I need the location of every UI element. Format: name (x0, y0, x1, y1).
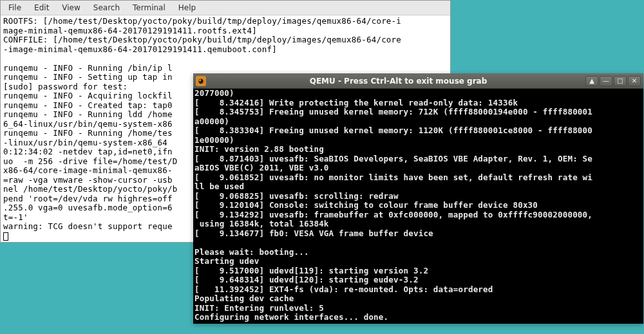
qemu-console-line: Please wait: booting... (194, 248, 642, 257)
terminal-cursor (3, 232, 8, 241)
qemu-console-line: Populating dev cache (194, 294, 642, 304)
qemu-app-icon: ◕ (196, 76, 206, 86)
qemu-console-line: [ 9.068825] uvesafb: scrolling: redraw (194, 192, 642, 201)
qemu-console-line: [ 8.871403] uvesafb: SeaBIOS Developers,… (194, 154, 642, 164)
qemu-console-line: ll be used (194, 182, 642, 192)
terminal-line: -image-minimal-qemux86-64-20170129191411… (3, 45, 448, 55)
qemu-console-line: using 16384k, total 16384k (194, 219, 642, 229)
qemu-console-line: a00000) (194, 117, 642, 127)
window-maximize-button[interactable]: □ (614, 76, 627, 86)
menu-edit[interactable]: Edit (29, 2, 54, 14)
qemu-console-line: Starting udev (194, 257, 642, 266)
menu-terminal[interactable]: Terminal (128, 2, 171, 14)
menu-file[interactable]: File (3, 2, 26, 14)
qemu-console-line: aBIOS VBE(C) 2011, VBE v3.0 (194, 163, 642, 173)
qemu-titlebar[interactable]: ◕ QEMU - Press Ctrl-Alt to exit mouse gr… (193, 73, 643, 89)
qemu-console-line: [ 8.342416] Write protecting the kernel … (194, 98, 642, 108)
qemu-console-line: [ 9.061852] uvesafb: no monitor limits h… (194, 173, 642, 183)
qemu-console[interactable]: 2077000)[ 8.342416] Write protecting the… (193, 89, 643, 324)
menu-search[interactable]: Search (88, 2, 125, 14)
window-rollup-button[interactable]: ▲ (585, 76, 598, 86)
window-close-button[interactable]: ✕ (628, 76, 641, 86)
qemu-console-line: [ 9.120104] Console: switching to colour… (194, 201, 642, 210)
qemu-console-line: 1e00000) (194, 136, 642, 145)
qemu-console-line: [ 9.648314] udevd[120]: starting eudev-3… (194, 275, 642, 285)
terminal-line: ROOTFS: [/home/test/Desktop/yocto/poky/b… (3, 17, 448, 26)
qemu-console-line: [ 9.134677] fb0: VESA VGA frame buffer d… (194, 229, 642, 239)
qemu-console-line: [ 11.392452] EXT4-fs (vda): re-mounted. … (194, 285, 642, 295)
terminal-line (3, 54, 448, 64)
qemu-console-line: INIT: Entering runlevel: 5 (194, 304, 642, 313)
terminal-line: mage-minimal-qemux86-64-20170129191411.r… (3, 26, 448, 36)
terminal-line: CONFFILE: [/home/test/Desktop/yocto/poky… (3, 35, 448, 45)
menubar: File Edit View Search Terminal Help (1, 1, 450, 15)
qemu-console-line: 2077000) (194, 89, 642, 98)
qemu-console-line: INIT: version 2.88 booting (194, 145, 642, 154)
window-minimize-button[interactable]: — (600, 76, 612, 86)
window-controls: ▲ — □ ✕ (585, 76, 641, 86)
qemu-console-line: [ 8.345753] Freeing unused kernel memory… (194, 107, 642, 117)
qemu-console-line: [ 9.517000] udevd[119]: starting version… (194, 266, 642, 276)
qemu-console-line: [ 8.383304] Freeing unused kernel memory… (194, 126, 642, 136)
qemu-console-line: Configuring network interfaces... done. (194, 313, 642, 322)
menu-help[interactable]: Help (173, 2, 201, 14)
qemu-console-line (194, 238, 642, 248)
qemu-window: ◕ QEMU - Press Ctrl-Alt to exit mouse gr… (193, 73, 643, 324)
qemu-console-line: [ 9.134292] uvesafb: framebuffer at 0xfc… (194, 210, 642, 220)
terminal-line: runqemu - INFO - Running /bin/ip l (3, 64, 448, 73)
menu-view[interactable]: View (57, 2, 85, 14)
qemu-title: QEMU - Press Ctrl-Alt to exit mouse grab (211, 77, 585, 86)
